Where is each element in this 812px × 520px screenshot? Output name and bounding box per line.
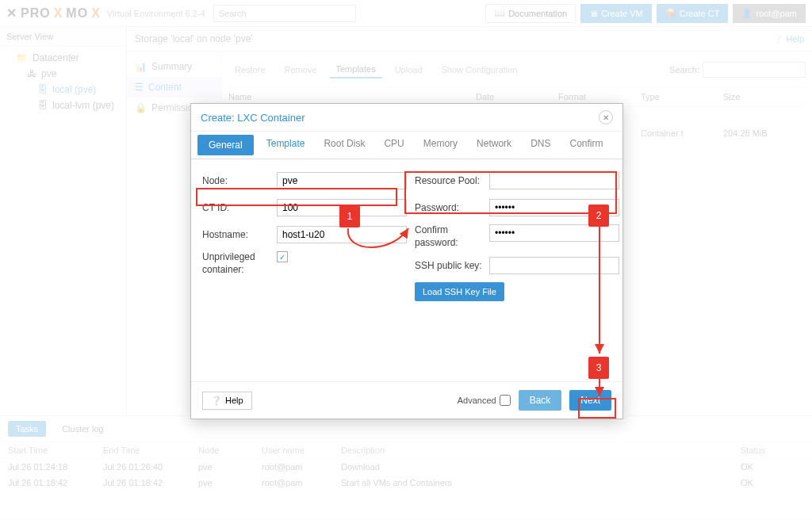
tree-datacenter[interactable]: 📁 Datacenter	[0, 50, 126, 66]
content-title: Storage 'local' on node 'pve'	[135, 33, 253, 44]
tcol-end[interactable]: End Time	[103, 445, 198, 455]
task-start: Jul 26 01:18:42	[8, 478, 103, 488]
unprivileged-checkbox[interactable]: ✓	[277, 251, 288, 262]
create-ct-button[interactable]: 📦 Create CT	[657, 4, 729, 23]
advanced-checkbox[interactable]	[500, 395, 511, 406]
tb-remove[interactable]: Remove	[278, 62, 324, 78]
annotation-box-3	[578, 398, 616, 419]
confirm-password-input[interactable]	[489, 224, 619, 242]
global-search-input[interactable]	[213, 5, 356, 22]
user-label: root@pam	[756, 9, 797, 18]
create-lxc-modal: Create: LXC Container ✕ General Template…	[190, 103, 623, 419]
tab-tasks[interactable]: Tasks	[8, 421, 46, 437]
task-end: Jul 26 01:26:40	[103, 462, 198, 472]
row-size: 204.28 MiB	[723, 128, 806, 138]
back-button[interactable]: Back	[519, 390, 562, 411]
nav-content-label: Content	[148, 82, 182, 93]
nav-summary[interactable]: 📊 Summary	[127, 56, 221, 77]
unpriv-label: Unprivileged container:	[202, 251, 270, 276]
row-type: Container t	[641, 128, 723, 138]
tcol-user[interactable]: User name	[262, 445, 341, 455]
documentation-button[interactable]: 📖 Documentation	[485, 4, 576, 23]
tab-cluster-log[interactable]: Cluster log	[54, 421, 112, 437]
help-link-label: Help	[786, 34, 804, 44]
tree-storage-local-lvm-label: local-lvm (pve)	[52, 100, 114, 111]
user-menu-button[interactable]: 👤 root@pam	[733, 4, 806, 23]
hostname-label: Hostname:	[202, 229, 270, 240]
tb-templates[interactable]: Templates	[330, 61, 382, 78]
task-status: OK	[741, 478, 804, 488]
annotation-number-2: 2	[588, 205, 609, 227]
modal-help-label: Help	[225, 396, 243, 405]
sshkey-label: SSH public key:	[415, 260, 483, 271]
sshkey-input[interactable]	[489, 257, 619, 274]
annotation-box-2	[404, 171, 617, 214]
modal-title: Create: LXC Container	[201, 112, 305, 124]
col-size[interactable]: Size	[723, 92, 806, 101]
nav-summary-label: Summary	[151, 61, 192, 72]
tcol-node[interactable]: Node	[198, 445, 262, 455]
advanced-label: Advanced	[458, 396, 496, 405]
tree-datacenter-label: Datacenter	[33, 52, 79, 63]
node-label: Node:	[202, 175, 270, 186]
tb-search-input[interactable]	[703, 62, 806, 78]
tree-node-pve[interactable]: 🖧 pve	[0, 66, 126, 82]
tb-show-config[interactable]: Show Configuration	[435, 62, 524, 78]
tree-storage-local-label: local (pve)	[52, 84, 96, 95]
confirm-password-label: Confirm password:	[415, 224, 483, 249]
modal-help-button[interactable]: ❔ Help	[202, 392, 252, 410]
task-end: Jul 26 01:18:42	[103, 478, 198, 488]
modal-tab-general[interactable]: General	[197, 135, 254, 155]
help-link[interactable]: ❔ Help	[772, 34, 804, 44]
create-vm-label: Create VM	[601, 9, 643, 18]
annotation-number-1: 1	[339, 205, 360, 228]
task-user: root@pam	[262, 462, 341, 472]
tb-search-label: Search:	[669, 65, 699, 75]
col-name[interactable]: Name	[228, 92, 476, 101]
task-user: root@pam	[262, 478, 341, 488]
hostname-input[interactable]	[277, 226, 407, 243]
product-logo: ✕PROXMOX	[6, 6, 101, 21]
server-view-label[interactable]: Server View	[0, 27, 126, 47]
modal-tab-template[interactable]: Template	[257, 132, 315, 159]
tcol-start[interactable]: Start Time	[8, 445, 103, 455]
task-desc: Download	[341, 462, 741, 472]
task-status: OK	[741, 462, 804, 472]
col-date[interactable]: Date	[476, 92, 558, 101]
documentation-label: Documentation	[508, 9, 567, 18]
col-type[interactable]: Type	[641, 92, 723, 101]
tree-node-label: pve	[41, 68, 56, 79]
task-desc: Start all VMs and Containers	[341, 478, 741, 488]
tb-upload[interactable]: Upload	[389, 62, 429, 78]
tree-storage-local-lvm[interactable]: 🗄 local-lvm (pve)	[0, 98, 126, 113]
modal-tab-rootdisk: Root Disk	[314, 132, 374, 159]
nav-content[interactable]: ☰ Content	[127, 77, 221, 98]
modal-tab-memory: Memory	[414, 132, 467, 159]
tree-storage-local[interactable]: 🗄 local (pve)	[0, 82, 126, 98]
task-node: pve	[198, 462, 262, 472]
modal-close-button[interactable]: ✕	[599, 110, 613, 124]
modal-tab-dns: DNS	[521, 132, 560, 159]
version-label: Virtual Environment 6.2-4	[107, 9, 205, 18]
modal-tab-cpu: CPU	[374, 132, 413, 159]
node-select[interactable]	[277, 172, 407, 189]
tcol-status[interactable]: Status	[741, 445, 804, 455]
modal-tab-network: Network	[467, 132, 521, 159]
load-ssh-key-button[interactable]: Load SSH Key File	[415, 282, 504, 301]
col-format[interactable]: Format	[558, 92, 641, 101]
task-row[interactable]: Jul 26 01:24:18 Jul 26 01:26:40 pve root…	[0, 459, 812, 475]
annotation-box-1	[196, 188, 397, 206]
modal-tab-confirm: Confirm	[560, 132, 612, 159]
tb-restore[interactable]: Restore	[228, 62, 272, 78]
create-ct-label: Create CT	[680, 9, 720, 18]
task-node: pve	[198, 478, 262, 488]
create-vm-button[interactable]: 🖥 Create VM	[580, 4, 652, 23]
annotation-number-3: 3	[588, 357, 609, 379]
task-start: Jul 26 01:24:18	[8, 462, 103, 472]
task-row[interactable]: Jul 26 01:18:42 Jul 26 01:18:42 pve root…	[0, 475, 812, 491]
tcol-desc[interactable]: Description	[341, 445, 741, 455]
